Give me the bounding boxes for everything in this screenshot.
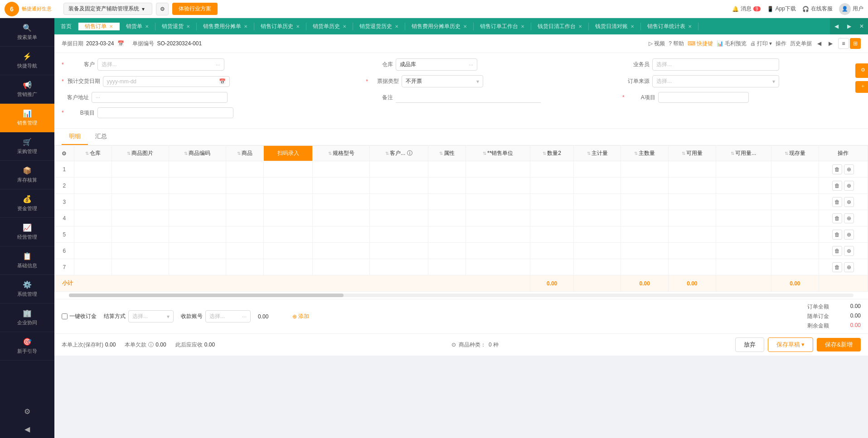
row-cell-7-2[interactable] <box>112 259 169 275</box>
row-copy-5[interactable]: ⊕ <box>844 230 854 240</box>
detail-tab-summary[interactable]: 汇总 <box>88 129 114 145</box>
system-selector[interactable]: 装备及固定资产辅助管理系统 ▾ <box>63 3 152 15</box>
next-record-button[interactable]: ▶ <box>827 39 834 48</box>
discard-button[interactable]: 放弃 <box>735 337 764 352</box>
row-cell-7-1[interactable] <box>74 259 112 275</box>
th-scan[interactable]: 扫码录入 <box>264 146 313 161</box>
staff-input[interactable]: 选择... <box>652 58 779 71</box>
row-cell-2-1[interactable] <box>74 178 112 194</box>
tab-close-7[interactable]: ✕ <box>395 24 398 29</box>
sidebar-item-finance[interactable]: 💰资金管理 <box>0 189 54 218</box>
sidebar-item-system[interactable]: ⚙️系统管理 <box>0 275 54 303</box>
row-cell-5-14[interactable] <box>716 226 771 243</box>
list-view-button[interactable]: ≡ <box>838 38 849 49</box>
row-cell-5-13[interactable] <box>668 226 716 243</box>
history-action[interactable]: 历史单据 <box>790 40 812 48</box>
row-cell-7-6[interactable] <box>313 259 370 275</box>
row-cell-4-5[interactable] <box>264 210 313 226</box>
notification-button[interactable]: 🔔 消息 9 <box>732 5 761 13</box>
row-cell-4-11[interactable] <box>573 210 621 226</box>
row-cell-7-14[interactable] <box>716 259 771 275</box>
row-copy-7[interactable]: ⊕ <box>844 262 854 272</box>
help-action[interactable]: ? 帮助 <box>669 40 684 48</box>
row-cell-4-10[interactable] <box>530 210 573 226</box>
th-main-qty[interactable]: ⇅主数量 <box>621 146 669 161</box>
b-project-input[interactable] <box>97 107 233 118</box>
row-cell-3-12[interactable] <box>621 194 669 210</box>
tab-close-6[interactable]: ✕ <box>343 24 346 29</box>
row-cell-2-9[interactable] <box>466 178 530 194</box>
tab-0[interactable]: 首页 <box>54 23 78 30</box>
row-cell-6-3[interactable] <box>169 243 226 259</box>
save-new-button[interactable]: 保存&新增 <box>817 338 861 351</box>
row-cell-4-4[interactable] <box>226 210 263 226</box>
sidebar-item-guide[interactable]: 🎯新手引导 <box>0 332 54 361</box>
row-cell-2-2[interactable] <box>112 178 169 194</box>
customer-dots-button[interactable]: ··· <box>216 62 220 68</box>
row-cell-7-9[interactable] <box>466 259 530 275</box>
row-cell-5-6[interactable] <box>313 226 370 243</box>
row-cell-1-1[interactable] <box>74 161 112 178</box>
save-draft-button[interactable]: 保存草稿 ▾ <box>768 337 814 352</box>
row-cell-1-3[interactable] <box>169 161 226 178</box>
save-draft-arrow[interactable]: ▾ <box>801 341 805 348</box>
sidebar-item-enterprise[interactable]: 🏢企业协同 <box>0 303 54 332</box>
tab-close-1[interactable]: ✕ <box>109 24 113 29</box>
row-cell-4-3[interactable] <box>169 210 226 226</box>
row-cell-7-12[interactable] <box>621 259 669 275</box>
tab-close-9[interactable]: ✕ <box>521 24 524 29</box>
row-delete-6[interactable]: 🗑 <box>832 246 842 256</box>
delivery-calendar-icon[interactable]: 📅 <box>219 78 226 85</box>
row-cell-6-4[interactable] <box>226 243 263 259</box>
row-cell-4-7[interactable] <box>370 210 428 226</box>
row-copy-3[interactable]: ⊕ <box>844 197 854 207</box>
row-cell-5-7[interactable] <box>370 226 428 243</box>
row-cell-5-2[interactable] <box>112 226 169 243</box>
a-project-input[interactable] <box>658 92 749 103</box>
row-cell-5-1[interactable] <box>74 226 112 243</box>
row-cell-4-12[interactable] <box>621 210 669 226</box>
row-delete-4[interactable]: 🗑 <box>832 213 842 223</box>
tab-close-2[interactable]: ✕ <box>145 24 149 29</box>
remark-input[interactable] <box>396 92 541 103</box>
row-cell-1-15[interactable] <box>771 161 819 178</box>
th-product[interactable]: ⇅商品 <box>226 146 263 161</box>
industry-button[interactable]: 体验行业方案 <box>172 3 218 15</box>
row-cell-2-6[interactable] <box>313 178 370 194</box>
row-cell-5-15[interactable] <box>771 226 819 243</box>
row-cell-6-9[interactable] <box>466 243 530 259</box>
row-cell-4-8[interactable] <box>428 210 466 226</box>
th-spec[interactable]: ⇅规格型号 <box>313 146 370 161</box>
scroll-thumb[interactable] <box>69 294 344 297</box>
view-action[interactable]: ▷ 视频 <box>649 40 665 48</box>
tab-7[interactable]: 销货退货历史✕ <box>353 23 405 30</box>
row-cell-3-1[interactable] <box>74 194 112 210</box>
row-cell-6-12[interactable] <box>621 243 669 259</box>
row-cell-5-5[interactable] <box>264 226 313 243</box>
row-cell-3-4[interactable] <box>226 194 263 210</box>
prev-record-button[interactable]: ◀ <box>815 39 823 48</box>
th-attr[interactable]: ⇅属性 <box>428 146 466 161</box>
row-cell-3-15[interactable] <box>771 194 819 210</box>
customer-input[interactable]: 选择... ··· <box>97 58 224 71</box>
sidebar-collapse-button[interactable]: ◀ <box>0 420 54 438</box>
tab-close-8[interactable]: ✕ <box>463 24 467 29</box>
tab-11[interactable]: 钱货日清对账✕ <box>589 23 641 30</box>
operation-action[interactable]: 操作 <box>776 40 786 48</box>
row-cell-2-10[interactable] <box>530 178 573 194</box>
address-input[interactable]: ··· <box>92 92 228 103</box>
profit-action[interactable]: 📊 毛利预览 <box>717 40 747 48</box>
row-cell-1-11[interactable] <box>573 161 621 178</box>
row-cell-1-8[interactable] <box>428 161 466 178</box>
sidebar-item-operation[interactable]: 📈经营管理 <box>0 218 54 246</box>
warehouse-input[interactable]: 成品库 ··· <box>396 58 477 71</box>
tab-more-button[interactable]: ✕ <box>855 18 868 34</box>
row-cell-6-10[interactable] <box>530 243 573 259</box>
th-setting[interactable]: ⚙ <box>55 146 74 161</box>
row-cell-3-2[interactable] <box>112 194 169 210</box>
row-cell-3-9[interactable] <box>466 194 530 210</box>
row-cell-7-4[interactable] <box>226 259 263 275</box>
row-cell-6-6[interactable] <box>313 243 370 259</box>
tab-8[interactable]: 销售费用分摊单历史✕ <box>405 23 474 30</box>
row-delete-5[interactable]: 🗑 <box>832 230 842 240</box>
